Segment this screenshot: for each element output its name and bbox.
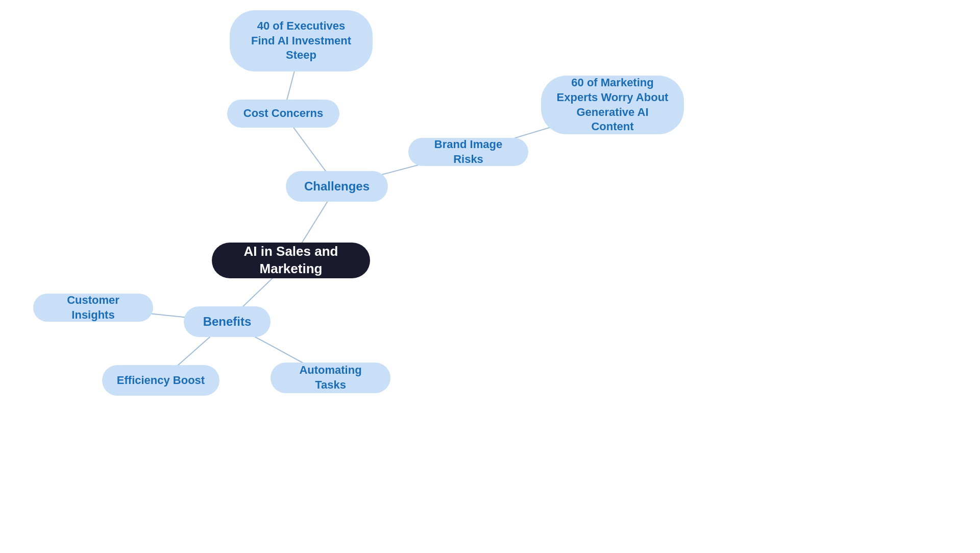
brand-image-risks-node[interactable]: Brand Image Risks	[408, 138, 528, 166]
efficiency-boost-node[interactable]: Efficiency Boost	[102, 365, 219, 396]
center-node[interactable]: AI in Sales and Marketing	[212, 243, 370, 278]
cost-concerns-node[interactable]: Cost Concerns	[227, 100, 339, 128]
benefits-node[interactable]: Benefits	[184, 306, 271, 337]
customer-insights-node[interactable]: Customer Insights	[33, 294, 153, 322]
challenges-node[interactable]: Challenges	[286, 171, 388, 202]
automating-tasks-node[interactable]: Automating Tasks	[271, 363, 390, 393]
executives-find-ai-node[interactable]: 40 of Executives Find AI Investment Stee…	[230, 10, 373, 71]
marketing-experts-node[interactable]: 60 of Marketing Experts Worry About Gene…	[541, 76, 684, 134]
